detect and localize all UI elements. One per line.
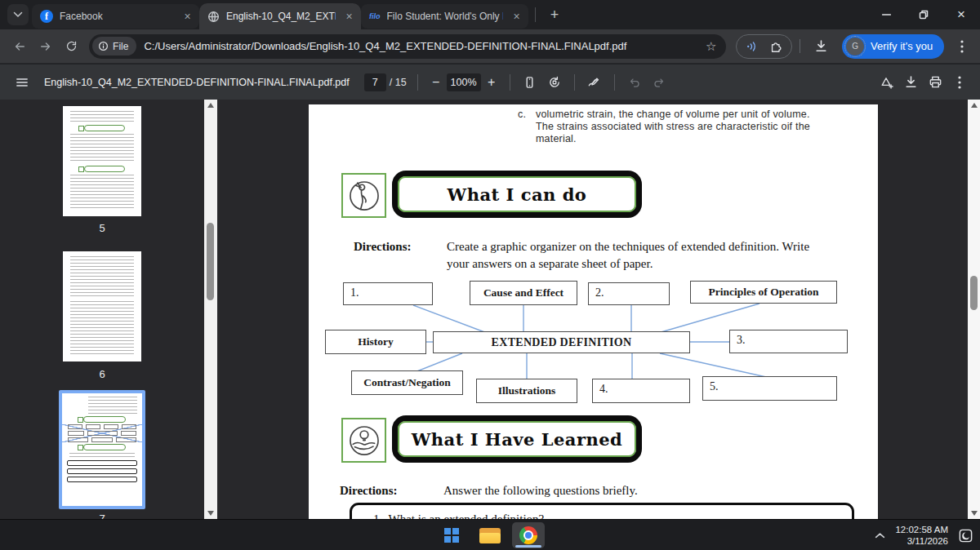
windows-logo-icon (444, 528, 459, 543)
thumbnail-page-number: 5 (63, 222, 141, 234)
pdf-download-button[interactable] (898, 70, 923, 95)
organizer-box-illustrations: Illustrations (476, 379, 577, 403)
scrollbar-thumb[interactable] (207, 223, 214, 300)
organizer-box-4: 4. (592, 379, 690, 403)
scroll-up-arrow[interactable] (968, 100, 980, 111)
scroll-down-arrow[interactable] (204, 508, 217, 519)
scroll-up-arrow[interactable] (204, 100, 217, 111)
main-scrollbar[interactable] (968, 100, 980, 519)
pdf-menu-button[interactable] (10, 70, 34, 95)
browser-menu-button[interactable] (951, 35, 973, 58)
chrome-taskbar-button[interactable] (512, 522, 545, 548)
forward-button[interactable] (33, 33, 59, 60)
address-bar[interactable]: File C:/Users/Administrator/Downloads/En… (89, 34, 726, 59)
organizer-center-box: EXTENDED DEFINITION (433, 331, 690, 353)
url-text: C:/Users/Administrator/Downloads/English… (144, 40, 702, 52)
top-paragraph: c. volumetric strain, the change of volu… (518, 109, 810, 145)
paragraph-line: The strains associated with stress are c… (536, 121, 810, 133)
print-button[interactable] (923, 70, 947, 95)
scrollbar-thumb[interactable] (970, 276, 978, 310)
restore-button[interactable] (905, 0, 942, 29)
undo-icon (628, 76, 641, 89)
redo-icon (653, 76, 666, 89)
chrome-icon (519, 526, 537, 544)
exercise-icon (341, 173, 386, 218)
downloads-button[interactable] (808, 33, 834, 60)
taskbar-clock[interactable]: 12:02:58 AM 3/11/2026 (895, 524, 948, 547)
banner-title: What I Have Learned (398, 421, 636, 457)
banner-title: What I can do (398, 176, 636, 212)
tab-close-icon[interactable]: × (510, 10, 523, 24)
verify-its-you-button[interactable]: G Verify it's you (842, 34, 944, 59)
page-count-label: / 15 (390, 77, 407, 88)
start-button[interactable] (435, 522, 468, 548)
tab-facebook[interactable]: f Facebook × (32, 4, 199, 29)
pen-squiggle-icon (587, 75, 601, 89)
restore-icon (919, 10, 929, 20)
pdf-page: c. volumetric strain, the change of volu… (309, 104, 878, 519)
hamburger-icon (16, 76, 29, 89)
tab-title: Facebook (60, 11, 174, 22)
back-button[interactable] (7, 33, 33, 60)
close-window-button[interactable]: × (942, 0, 980, 29)
page-number-input[interactable] (364, 73, 386, 91)
zoom-in-button[interactable]: + (481, 72, 502, 93)
pdf-more-button[interactable] (947, 70, 972, 95)
paragraph-line: material. (536, 133, 810, 145)
toolbar-divider (574, 74, 575, 91)
scroll-down-arrow[interactable] (968, 508, 980, 519)
tab-close-icon[interactable]: × (180, 10, 194, 24)
thumbnail-scrollbar[interactable] (204, 100, 217, 519)
thumbnail-page-number: 6 (63, 368, 141, 380)
directions-line: your answers on a separate sheet of pape… (447, 255, 865, 273)
organizer-box-3: 3. (729, 330, 848, 353)
tab-search-button[interactable] (7, 4, 29, 25)
toolbar-divider (510, 74, 510, 91)
thumbnail-page-5[interactable] (63, 106, 141, 216)
organizer-box-contrast: Contrast/Negation (351, 370, 463, 395)
info-icon (98, 41, 109, 51)
extensions-capsule (736, 34, 792, 59)
redo-button[interactable] (647, 70, 671, 95)
directions-label: Directions: (340, 482, 398, 499)
toolbar-divider (800, 39, 800, 53)
annotate-pen-button[interactable] (582, 70, 607, 95)
question-1: 1. What is an extended definition? (373, 512, 852, 519)
filo-icon: filo (369, 12, 381, 20)
toolbar-divider (417, 74, 418, 91)
file-scheme-chip[interactable]: File (92, 37, 136, 55)
thumbnail-page-7-selected[interactable] (59, 390, 145, 509)
chevron-down-icon (13, 11, 23, 18)
tab-close-icon[interactable]: × (342, 10, 356, 24)
reload-button[interactable] (58, 33, 84, 60)
banner-what-i-have-learned: What I Have Learned (392, 415, 642, 463)
thumbnail-page-number: 7 (63, 512, 141, 519)
tab-pdf-active[interactable]: English-10_Q4_M2_EXTENDED- × (199, 3, 361, 29)
tab-filo[interactable]: filo Filo Student: World's Only Live | × (361, 4, 528, 29)
download-icon (814, 39, 828, 53)
tab-title: English-10_Q4_M2_EXTENDED- (226, 11, 336, 22)
undo-button[interactable] (622, 70, 647, 95)
zoom-level[interactable]: 100% (447, 73, 481, 91)
rotate-button[interactable] (542, 70, 567, 95)
browser-window: f Facebook × English-10_Q4_M2_EXTENDED- … (0, 0, 980, 550)
minimize-button[interactable] (867, 0, 905, 29)
reading-mode-icon[interactable] (746, 40, 759, 53)
thumbnail-page-6[interactable] (63, 251, 141, 361)
new-tab-button[interactable]: + (544, 4, 565, 25)
directions-text: Answer the following questions briefly. (443, 482, 638, 499)
fit-page-icon (523, 76, 536, 89)
directions-1: Directions: Create a graphic organizer o… (354, 238, 865, 273)
notification-center-icon[interactable] (958, 528, 973, 543)
file-explorer-button[interactable] (474, 522, 506, 548)
tray-chevron-icon[interactable] (875, 532, 885, 539)
forward-arrow-icon (39, 40, 52, 53)
window-controls: × (867, 0, 980, 29)
fit-page-button[interactable] (518, 70, 542, 95)
bookmark-star-icon[interactable]: ☆ (702, 39, 719, 54)
banner-what-i-can-do: What I can do (392, 171, 642, 218)
zoom-out-button[interactable]: − (425, 72, 447, 93)
extensions-puzzle-icon[interactable] (769, 40, 782, 53)
text-annotation-button[interactable] (874, 70, 898, 95)
question-box: 1. What is an extended definition? (350, 503, 854, 519)
